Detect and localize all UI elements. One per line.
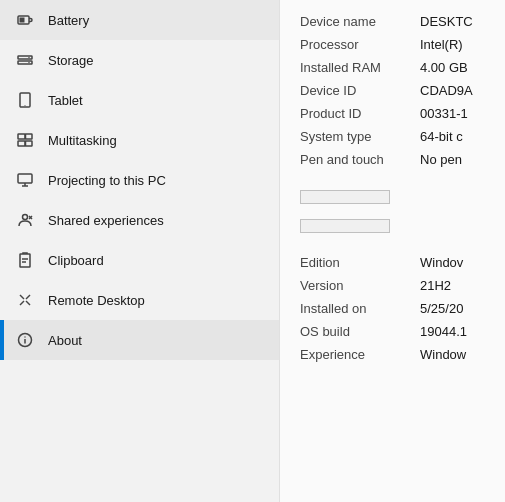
spec-row-product-id: Product ID00331-1 — [300, 102, 485, 125]
sidebar-item-about[interactable]: About — [0, 320, 279, 360]
projecting-icon — [16, 171, 34, 189]
win-spec-row-edition: EditionWindov — [300, 251, 485, 274]
sidebar-item-battery[interactable]: Battery — [0, 0, 279, 40]
sidebar-label-storage: Storage — [48, 53, 94, 68]
svg-rect-2 — [18, 56, 32, 59]
main-content: Device nameDESKTCProcessorIntel(R)Instal… — [280, 0, 505, 502]
storage-icon — [16, 51, 34, 69]
sidebar-label-battery: Battery — [48, 13, 89, 28]
about-icon — [16, 331, 34, 349]
sidebar-label-clipboard: Clipboard — [48, 253, 104, 268]
spec-row-processor: ProcessorIntel(R) — [300, 33, 485, 56]
spec-row-installed-ram: Installed RAM4.00 GB — [300, 56, 485, 79]
sidebar-label-projecting: Projecting to this PC — [48, 173, 166, 188]
win-spec-value: 21H2 — [420, 278, 485, 293]
sidebar-label-tablet: Tablet — [48, 93, 83, 108]
win-spec-row-experience: ExperienceWindow — [300, 343, 485, 366]
spec-value: CDAD9A — [420, 83, 485, 98]
sidebar-item-multitasking[interactable]: Multitasking — [0, 120, 279, 160]
svg-rect-6 — [20, 93, 30, 107]
battery-icon — [16, 11, 34, 29]
svg-line-23 — [26, 295, 30, 299]
svg-line-21 — [20, 295, 24, 299]
win-spec-key: OS build — [300, 324, 420, 339]
tablet-icon — [16, 91, 34, 109]
win-spec-value: Window — [420, 347, 485, 362]
svg-rect-11 — [26, 141, 33, 146]
windows-specs-table: EditionWindovVersion21H2Installed on5/25… — [300, 251, 485, 366]
sidebar-item-remote[interactable]: Remote Desktop — [0, 280, 279, 320]
rename-pc-button[interactable] — [300, 219, 390, 233]
multitasking-icon — [16, 131, 34, 149]
win-spec-row-version: Version21H2 — [300, 274, 485, 297]
remote-icon — [16, 291, 34, 309]
spec-value: DESKTC — [420, 14, 485, 29]
spec-key: Installed RAM — [300, 60, 420, 75]
sidebar-item-clipboard[interactable]: Clipboard — [0, 240, 279, 280]
svg-rect-9 — [26, 134, 33, 139]
copy-button[interactable] — [300, 190, 390, 204]
win-spec-key: Installed on — [300, 301, 420, 316]
svg-point-27 — [24, 336, 25, 337]
sidebar-label-remote: Remote Desktop — [48, 293, 145, 308]
spec-value: 00331-1 — [420, 106, 485, 121]
sidebar-label-multitasking: Multitasking — [48, 133, 117, 148]
sidebar: BatteryStorageTabletMultitaskingProjecti… — [0, 0, 280, 502]
spec-row-device-id: Device IDCDAD9A — [300, 79, 485, 102]
win-spec-value: 19044.1 — [420, 324, 485, 339]
win-spec-key: Experience — [300, 347, 420, 362]
spec-key: Processor — [300, 37, 420, 52]
spec-row-pen-and-touch: Pen and touchNo pen — [300, 148, 485, 171]
spec-value: No pen — [420, 152, 485, 167]
clipboard-icon — [16, 251, 34, 269]
spec-key: System type — [300, 129, 420, 144]
spec-value: 64-bit c — [420, 129, 485, 144]
spec-key: Product ID — [300, 106, 420, 121]
spec-key: Pen and touch — [300, 152, 420, 167]
sidebar-item-tablet[interactable]: Tablet — [0, 80, 279, 120]
spec-value: 4.00 GB — [420, 60, 485, 75]
win-spec-key: Version — [300, 278, 420, 293]
device-specs-table: Device nameDESKTCProcessorIntel(R)Instal… — [300, 10, 485, 171]
spec-value: Intel(R) — [420, 37, 485, 52]
spec-key: Device ID — [300, 83, 420, 98]
win-spec-row-os-build: OS build19044.1 — [300, 320, 485, 343]
sidebar-item-projecting[interactable]: Projecting to this PC — [0, 160, 279, 200]
spec-key: Device name — [300, 14, 420, 29]
svg-line-24 — [20, 301, 24, 305]
spec-row-system-type: System type64-bit c — [300, 125, 485, 148]
svg-point-15 — [23, 215, 28, 220]
svg-rect-3 — [18, 61, 32, 64]
win-spec-row-installed-on: Installed on5/25/20 — [300, 297, 485, 320]
spec-row-device-name: Device nameDESKTC — [300, 10, 485, 33]
svg-point-4 — [28, 57, 29, 58]
svg-rect-12 — [18, 174, 32, 183]
shared-icon — [16, 211, 34, 229]
svg-rect-8 — [18, 134, 25, 139]
svg-line-22 — [26, 301, 30, 305]
svg-rect-1 — [20, 18, 25, 23]
active-indicator — [0, 320, 4, 360]
win-spec-key: Edition — [300, 255, 420, 270]
svg-rect-18 — [20, 254, 30, 267]
svg-point-5 — [28, 62, 29, 63]
sidebar-item-shared[interactable]: Shared experiences — [0, 200, 279, 240]
sidebar-label-about: About — [48, 333, 82, 348]
win-spec-value: Windov — [420, 255, 485, 270]
win-spec-value: 5/25/20 — [420, 301, 485, 316]
sidebar-item-storage[interactable]: Storage — [0, 40, 279, 80]
svg-rect-10 — [18, 141, 25, 146]
sidebar-label-shared: Shared experiences — [48, 213, 164, 228]
